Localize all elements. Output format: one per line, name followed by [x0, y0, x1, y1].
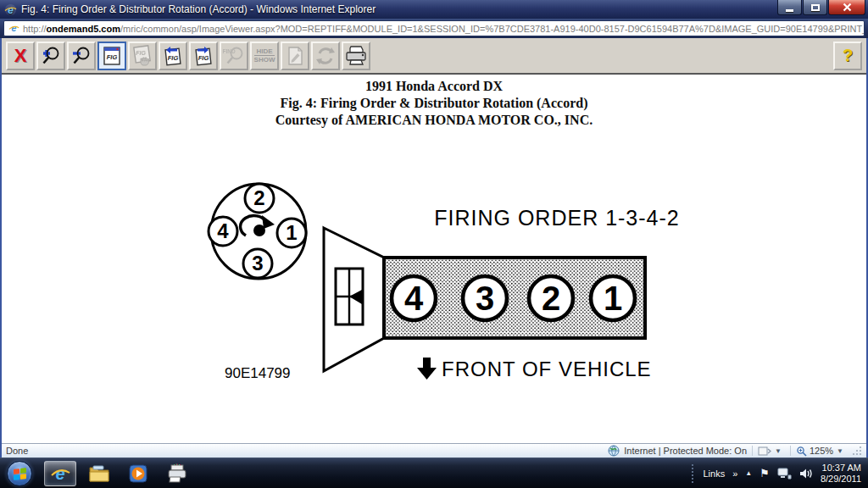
url-path: /mric/common/asp/ImageViewer.aspx?MOD=RE…: [120, 24, 865, 34]
terminal-1: 1: [286, 221, 297, 244]
taskbar-clock[interactable]: 10:37 AM 8/29/2011: [821, 463, 861, 485]
svg-text:FIG: FIG: [168, 54, 179, 62]
status-text: Done: [6, 446, 28, 456]
svg-text:FIG: FIG: [136, 50, 146, 56]
security-zone-text: Internet | Protected Mode: On: [624, 446, 747, 456]
svg-text:FIG: FIG: [107, 53, 118, 61]
statusbar-separator2: [790, 446, 791, 456]
ie-taskbar-icon: e: [50, 463, 70, 484]
zoom-level-value[interactable]: 125%: [810, 446, 833, 456]
volume-icon[interactable]: [799, 468, 813, 480]
zoom-level-magnifier-icon: [796, 446, 807, 457]
internet-zone-globe-icon: [608, 445, 620, 457]
taskbar-item-printer[interactable]: [161, 461, 193, 486]
minimize-button[interactable]: [777, 0, 802, 15]
terminal-3: 3: [252, 252, 263, 274]
window-controls: [777, 0, 865, 15]
figure-id: 90E14799: [225, 365, 291, 381]
toolbar-drag-handle[interactable]: [692, 464, 695, 483]
firing-order-label: FIRING ORDER 1-3-4-2: [434, 206, 679, 230]
fig-previous-icon: FIG: [162, 45, 184, 67]
magnifier-minus-icon: [70, 45, 92, 67]
windows-logo-icon: [14, 468, 26, 480]
annotate-figure-button: [281, 42, 309, 70]
system-tray: Links » ▲ ⚑ 10:37 AM 8/29/2011: [692, 463, 868, 485]
links-chevron[interactable]: »: [732, 469, 737, 479]
page-pencil-icon: [285, 45, 305, 67]
clock-date: 8/29/2011: [821, 474, 861, 485]
statusbar-separator: [752, 446, 753, 456]
taskbar-item-media-player[interactable]: [122, 461, 154, 486]
close-window-button[interactable]: [828, 0, 865, 15]
address-bar-row: e http://ondemand5.com/mric/common/asp/I…: [0, 19, 868, 38]
terminal-4: 4: [217, 219, 229, 242]
taskbar-item-internet-explorer[interactable]: e: [44, 461, 76, 486]
distributor-rotation-diagram: 2 4 1 3: [209, 184, 306, 279]
next-figure-button[interactable]: FIG: [189, 42, 218, 70]
action-center-flag-icon[interactable]: ⚑: [760, 467, 770, 480]
zoom-menu-caret[interactable]: ▼: [775, 447, 782, 455]
maximize-icon: [811, 4, 820, 11]
window-border-left: [0, 38, 2, 458]
folder-icon: [88, 464, 110, 483]
refresh-icon: [314, 45, 337, 67]
maximize-button[interactable]: [803, 0, 827, 15]
front-of-vehicle-label: FRONT OF VEHICLE: [442, 358, 652, 380]
previous-figure-button[interactable]: FIG: [159, 42, 187, 70]
print-figure-button[interactable]: [342, 42, 370, 70]
clock-time: 10:37 AM: [821, 463, 861, 474]
cylinder-4: 4: [404, 280, 424, 317]
cylinder-1: 1: [604, 280, 622, 317]
taskbar-item-explorer[interactable]: [83, 461, 115, 486]
window-title: Fig. 4: Firing Order & Distributor Rotat…: [21, 3, 376, 15]
network-icon[interactable]: [777, 468, 792, 480]
printer-icon: [344, 45, 368, 67]
show-hidden-icons-button[interactable]: ▲: [745, 469, 752, 477]
ie-favicon: e: [4, 3, 17, 16]
media-player-icon: [128, 463, 148, 484]
browser-window: e Fig. 4: Firing Order & Distributor Rot…: [0, 0, 868, 488]
svg-text:e: e: [8, 3, 14, 15]
svg-text:FIG: FIG: [198, 54, 209, 62]
firing-order-diagram: 2 4 1 3 FIRING ORDER 1-3-4-2: [2, 75, 866, 444]
hide-show-icon: HIDE SHOW: [254, 47, 275, 64]
red-x-icon: X: [14, 47, 27, 65]
resize-grip[interactable]: [852, 446, 862, 456]
help-button[interactable]: ?: [833, 42, 862, 70]
minimize-icon: [786, 9, 793, 12]
url-scheme: http://: [23, 24, 47, 34]
zoom-in-button[interactable]: [36, 42, 65, 70]
figure-viewer-toolbar: X FIG: [2, 38, 866, 74]
zoom-out-button[interactable]: [67, 42, 96, 70]
start-button[interactable]: [7, 461, 32, 486]
fig-page-icon: FIG: [102, 45, 122, 67]
printer-taskbar-icon: [166, 463, 188, 484]
find-magnifier-icon: FIND: [222, 45, 246, 67]
front-arrow-icon: [417, 358, 437, 380]
fig-next-icon: FIG: [192, 45, 214, 67]
svg-text:e: e: [55, 464, 64, 483]
windows-taskbar: e: [0, 458, 868, 488]
cylinder-2: 2: [542, 280, 560, 317]
links-toolbar-label[interactable]: Links: [703, 469, 725, 479]
url-domain: ondemand5.com: [47, 24, 120, 34]
figure-page: 1991 Honda Accord DX Fig. 4: Firing Orde…: [2, 74, 866, 443]
refresh-figure-button: [311, 42, 340, 70]
hide-show-button: HIDE SHOW: [250, 42, 279, 70]
terminal-2: 2: [253, 186, 264, 209]
close-icon: [843, 3, 852, 12]
change-zoom-icon[interactable]: [758, 446, 771, 457]
pan-figure-button: FIG: [128, 42, 157, 70]
rotor-direction-arrow: [262, 215, 275, 229]
magnifier-plus-icon: [40, 45, 62, 67]
fit-figure-button[interactable]: FIG: [97, 42, 126, 70]
ie-page-favicon: e: [8, 23, 19, 34]
engine-front-end: [324, 228, 384, 371]
svg-text:e: e: [12, 23, 17, 33]
zoom-level-caret[interactable]: ▼: [837, 447, 843, 455]
find-figure-button: FIND: [220, 42, 248, 70]
close-figure-button[interactable]: X: [6, 42, 35, 70]
address-input[interactable]: e http://ondemand5.com/mric/common/asp/I…: [3, 20, 865, 36]
status-bar: Done Internet | Protected Mode: On ▼ 125…: [2, 443, 866, 458]
title-bar: e Fig. 4: Firing Order & Distributor Rot…: [0, 0, 868, 19]
